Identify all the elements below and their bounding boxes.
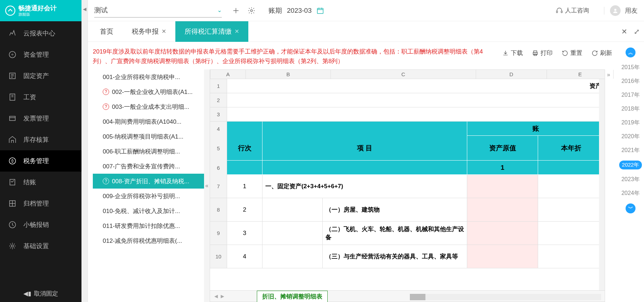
form-item[interactable]: ?003-一般企业成本支出明细... <box>93 99 204 114</box>
form-item[interactable]: 004-期间费用明细表(A1040... <box>93 114 204 129</box>
row-header[interactable]: 7 <box>210 175 227 198</box>
form-list: 001-企业所得税年度纳税申...?002-一般企业收入明细表(A1...?00… <box>93 69 204 302</box>
nav-icon <box>8 135 17 144</box>
nav-item[interactable]: 资金管理 <box>0 44 81 65</box>
nav-item[interactable]: 发票管理 <box>0 108 81 129</box>
year-item[interactable]: 2018年 <box>621 105 640 113</box>
year-item[interactable]: 2017年 <box>621 91 640 99</box>
vertical-scrollbar[interactable] <box>599 79 605 290</box>
unpin-button[interactable]: ◀▮ 取消固定 <box>0 285 81 302</box>
user-menu[interactable]: 用友 <box>610 5 638 16</box>
col-header[interactable]: D <box>476 70 547 79</box>
add-button[interactable] <box>231 6 241 16</box>
year-item[interactable]: 2021年 <box>621 147 640 154</box>
calendar-button[interactable] <box>315 6 325 16</box>
year-up-button[interactable]: ︽ <box>626 47 635 57</box>
close-icon[interactable]: ✕ <box>162 28 166 35</box>
nav-item[interactable]: 税务管理 <box>0 150 81 172</box>
cell-value[interactable] <box>538 198 605 221</box>
settings-button[interactable] <box>247 6 256 16</box>
svg-rect-3 <box>10 94 15 100</box>
row-header[interactable]: 10 <box>210 245 227 268</box>
form-list-collapse[interactable]: « <box>204 69 210 302</box>
cell-value[interactable] <box>467 175 538 198</box>
horizontal-scrollbar[interactable] <box>410 294 601 300</box>
nav-item[interactable]: 云报表中心 <box>0 23 81 44</box>
cell-value[interactable] <box>467 222 538 245</box>
tab[interactable]: 首页 <box>91 21 123 42</box>
form-item[interactable]: 001-企业所得税年度纳税申... <box>93 69 204 84</box>
close-icon[interactable]: ✕ <box>235 28 239 35</box>
nav-icon <box>8 178 17 187</box>
cell-value[interactable] <box>467 245 538 268</box>
cell-value[interactable] <box>538 245 605 268</box>
row-header[interactable]: 5 <box>210 136 227 161</box>
sheet-nav[interactable]: ◀▶ <box>210 293 228 299</box>
col-header[interactable]: A <box>210 70 246 79</box>
caret-left-icon: ◀ <box>83 6 86 12</box>
print-button[interactable]: 打印 <box>532 49 553 57</box>
cell-rownum: 3 <box>227 222 262 245</box>
cell-value[interactable] <box>467 198 538 221</box>
form-item[interactable]: 005-纳税调整项目明细表(A1... <box>93 129 204 144</box>
form-item[interactable]: 012-减免所得税优惠明细表(... <box>93 233 204 248</box>
sidebar-collapse-gutter[interactable]: ◀ <box>81 0 88 302</box>
cell-value[interactable] <box>538 222 605 245</box>
support-link[interactable]: 人工咨询 <box>556 6 589 15</box>
row-header[interactable]: 1 <box>210 79 227 93</box>
nav-item[interactable]: 工资 <box>0 86 81 108</box>
year-item[interactable]: 2023年 <box>621 176 640 183</box>
refresh-button[interactable]: 刷新 <box>592 49 612 57</box>
nav-item[interactable]: 库存核算 <box>0 129 81 150</box>
col-header[interactable]: B <box>246 70 331 79</box>
year-item[interactable]: 2022年 <box>619 161 642 169</box>
form-item[interactable]: 011-研发费用加计扣除优惠... <box>93 218 204 233</box>
tab[interactable]: 税务申报✕ <box>123 21 175 42</box>
col-header[interactable]: E <box>547 70 614 79</box>
row-header[interactable]: 8 <box>210 198 227 221</box>
form-item[interactable]: ?008-资产折旧、摊销及纳税... <box>93 174 204 189</box>
row-header[interactable]: 2 <box>210 93 227 107</box>
year-item[interactable]: 2015年 <box>621 64 640 71</box>
year-item[interactable]: 2020年 <box>621 133 640 140</box>
warning-text: 2019年度涉及取以前年度结转数据的申报表单元格需要手工维护正确，才能保证本年及… <box>93 47 496 66</box>
sheet-tab[interactable]: 折旧、摊销调整明细表 <box>257 291 328 302</box>
nav-item[interactable]: 基础设置 <box>0 235 81 257</box>
tab-close-all[interactable]: ✕ <box>621 27 627 36</box>
period-label: 账期 <box>269 6 282 15</box>
reset-button[interactable]: 重置 <box>562 49 582 57</box>
row-header[interactable]: 9 <box>210 222 227 245</box>
cell-value[interactable] <box>538 175 605 198</box>
header-col-1: 1 <box>467 161 538 175</box>
form-item[interactable]: ?002-一般企业收入明细表(A1... <box>93 84 204 99</box>
form-item[interactable]: 006-职工薪酬纳税调整明细... <box>93 144 204 159</box>
nav-item[interactable]: 小畅报销 <box>0 214 81 235</box>
year-item[interactable]: 2019年 <box>621 119 640 127</box>
sheet-collapse-right[interactable]: » <box>605 69 612 302</box>
form-item[interactable]: 007-广告费和业务宣传费跨... <box>93 159 204 174</box>
avatar-icon <box>610 5 621 16</box>
form-item[interactable]: 010-免税、减计收入及加计... <box>93 203 204 218</box>
row-header[interactable]: 6 <box>210 161 227 175</box>
svg-point-0 <box>6 6 15 15</box>
form-item[interactable]: 009-企业所得税弥补亏损明... <box>93 189 204 203</box>
tab[interactable]: 所得税汇算清缴✕ <box>175 21 248 42</box>
year-down-button[interactable]: ︾ <box>626 203 635 213</box>
nav-item[interactable]: 结账 <box>0 172 81 193</box>
svg-rect-12 <box>557 11 558 12</box>
year-item[interactable]: 2024年 <box>621 190 640 197</box>
row-header[interactable]: 3 <box>210 107 227 121</box>
col-header[interactable]: C <box>331 70 476 79</box>
nav-item[interactable]: 固定资产 <box>0 65 81 86</box>
entity-selector[interactable]: 测试 ⌄ <box>94 4 222 18</box>
download-button[interactable]: 下载 <box>502 49 523 57</box>
warning-icon: ? <box>103 89 109 95</box>
period-value: 2023-03 <box>287 7 312 15</box>
nav-icon <box>8 29 17 38</box>
spreadsheet: A B C D E 1资产 2 3 4 账 <box>210 69 605 302</box>
row-header[interactable]: 4 <box>210 122 227 136</box>
nav-item[interactable]: 归档管理 <box>0 193 81 214</box>
tab-more[interactable]: ⤢ <box>634 27 640 36</box>
year-item[interactable]: 2016年 <box>621 78 640 85</box>
cell-item: （二）飞机、火车、轮船、机器、机械和其他生产设备 <box>323 222 467 245</box>
